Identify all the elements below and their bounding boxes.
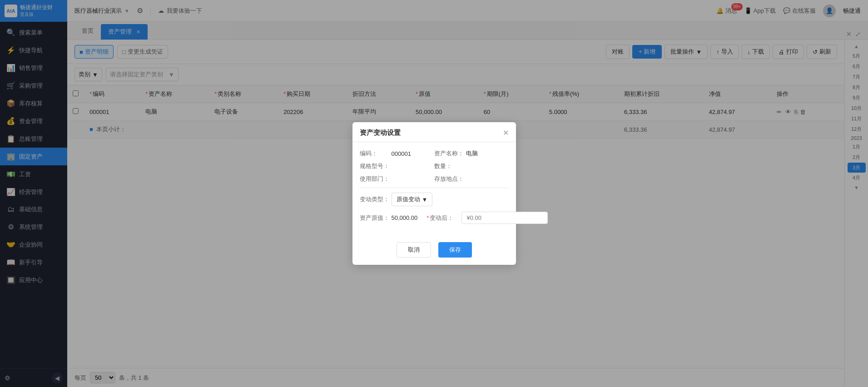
dialog-title: 资产变动设置 <box>360 129 401 137</box>
dialog-close-icon[interactable]: ✕ <box>503 129 509 137</box>
code-value: 000001 <box>392 150 434 157</box>
department-label: 使用部门： <box>360 175 392 183</box>
asset-original-value: 50,000.00 <box>392 214 418 221</box>
save-button[interactable]: 保存 <box>438 242 472 258</box>
required-star: * <box>427 214 429 221</box>
change-type-label: 变动类型： <box>360 195 392 203</box>
dialog-row-values: 资产原值： 50,000.00 * 变动后： <box>360 212 509 224</box>
after-change-input[interactable] <box>461 212 548 224</box>
dialog-row-change-type: 变动类型： 原值变动 ▼ <box>360 193 509 206</box>
dialog-header: 资产变动设置 ✕ <box>352 122 516 142</box>
asset-name-value: 电脑 <box>466 149 509 158</box>
dialog-body: 编码： 000001 资产名称： 电脑 规格型号： 数量： 使用部门： 存放地点… <box>352 142 516 237</box>
dialog-overlay: 资产变动设置 ✕ 编码： 000001 资产名称： 电脑 规格型号： 数量： 使… <box>0 0 868 387</box>
cancel-button[interactable]: 取消 <box>397 242 431 258</box>
quantity-label: 数量： <box>434 162 466 170</box>
chevron-down-icon: ▼ <box>422 196 428 203</box>
dialog-row-spec-qty: 规格型号： 数量： <box>360 162 509 170</box>
storage-label: 存放地点： <box>434 175 466 183</box>
dialog-divider <box>360 188 509 188</box>
dialog-footer: 取消 保存 <box>352 237 516 265</box>
asset-name-label: 资产名称： <box>434 149 466 158</box>
asset-value-label: 资产原值： <box>360 214 392 222</box>
change-type-value: 原值变动 <box>397 195 420 203</box>
dialog-row-dept-storage: 使用部门： 存放地点： <box>360 175 509 183</box>
code-label: 编码： <box>360 149 392 158</box>
asset-change-dialog: 资产变动设置 ✕ 编码： 000001 资产名称： 电脑 规格型号： 数量： 使… <box>352 122 516 265</box>
change-type-select[interactable]: 原值变动 ▼ <box>392 193 433 206</box>
spec-label: 规格型号： <box>360 162 392 170</box>
after-change-label: 变动后： <box>430 214 461 222</box>
dialog-row-code-name: 编码： 000001 资产名称： 电脑 <box>360 149 509 158</box>
